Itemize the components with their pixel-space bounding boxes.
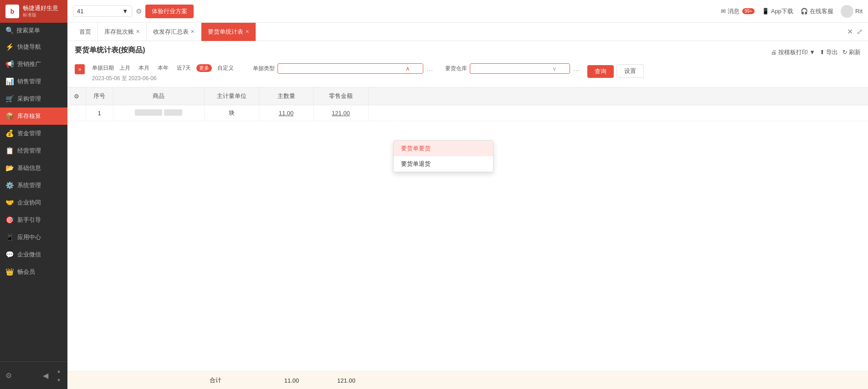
sidebar-item-guide[interactable]: 🎯 新手引导	[0, 211, 67, 229]
sidebar-item-operation[interactable]: 📋 经营管理	[0, 142, 67, 159]
type-caret-icon: ∧	[406, 65, 410, 72]
export-action[interactable]: ⬆ 导出	[820, 48, 838, 56]
filter-expand-btn[interactable]: »	[75, 64, 85, 74]
user-avatar-item[interactable]: Rit	[841, 5, 863, 18]
date-btn-this-year[interactable]: 本年	[155, 63, 171, 73]
data-table: ⚙ 序号 商品 主计量单位 主数量	[67, 87, 868, 121]
date-btn-this-month[interactable]: 本月	[136, 63, 152, 73]
sidebar-item-finance[interactable]: 💰 资金管理	[0, 125, 67, 142]
guide-icon: 🎯	[5, 216, 14, 224]
th-settings[interactable]: ⚙	[67, 87, 86, 105]
refresh-action[interactable]: ↻ 刷新	[842, 48, 861, 56]
tabs-bar: 首页 库存批次账 ✕ 收发存汇总表 ✕ 要货单统计表 ✕ ✕ ⤢	[67, 23, 868, 41]
search-button[interactable]: 查询	[587, 65, 614, 78]
sidebar-scroll: 🔍 搜索菜单 ⚡ 快捷导航 📢 营销推广 📊 销售管理 🛒 采购管理 📦 库存核…	[0, 23, 67, 361]
message-icon: ✉	[721, 8, 726, 15]
product-placeholder-2	[164, 109, 182, 116]
date-options-row: 上月 本月 本年 近7天 更多 自定义	[117, 63, 236, 73]
topbar-settings-icon[interactable]: ⚙	[136, 7, 142, 15]
dropdown-item-return[interactable]: 要货单退货	[394, 156, 493, 172]
dropdown-item-order[interactable]: 要货单要货	[394, 141, 493, 156]
td-no: 1	[86, 105, 113, 121]
sidebar-item-label: 销售管理	[17, 77, 41, 86]
td-quantity: 11.00	[259, 105, 313, 121]
tab-order-stats[interactable]: 要货单统计表 ✕	[201, 23, 256, 41]
type-more-icon[interactable]: …	[426, 65, 433, 73]
avatar	[841, 5, 853, 18]
tab-batch[interactable]: 库存批次账 ✕	[98, 23, 147, 41]
date-btn-more[interactable]: 更多	[196, 64, 212, 72]
settings-button[interactable]: 设置	[616, 64, 644, 78]
system-icon: ⚙️	[5, 181, 14, 189]
trial-button[interactable]: 体验行业方案	[145, 5, 194, 18]
sidebar-item-member[interactable]: 👑 畅会员	[0, 263, 67, 281]
enterprise-icon: 🤝	[5, 199, 14, 207]
print-action[interactable]: 🖨 按模板打印 ▼	[771, 48, 815, 56]
footer-quantity: 11.00	[264, 377, 319, 384]
close-all-icon[interactable]: ✕	[847, 27, 853, 36]
type-select[interactable]: ∧	[277, 63, 423, 74]
tab-order-stats-close[interactable]: ✕	[245, 29, 249, 35]
sidebar-item-marketing[interactable]: 📢 营销推广	[0, 56, 67, 73]
sidebar-item-purchase[interactable]: 🛒 采购管理	[0, 90, 67, 107]
sidebar-item-label: 企业协同	[17, 199, 41, 207]
sidebar-item-label: 新手引导	[17, 216, 41, 224]
scroll-down-arrow[interactable]: ▼	[56, 375, 62, 384]
online-service-item[interactable]: 🎧 在线客服	[801, 7, 833, 15]
sidebar-search[interactable]: 🔍 搜索菜单	[0, 23, 67, 38]
tab-batch-close[interactable]: ✕	[136, 29, 140, 35]
member-icon: 👑	[5, 268, 14, 276]
tab-home[interactable]: 首页	[73, 23, 98, 41]
sidebar-item-enterprise[interactable]: 🤝 企业协同	[0, 194, 67, 211]
expand-icon[interactable]: ⤢	[857, 27, 863, 36]
sidebar-item-inventory[interactable]: 📦 库存核算	[0, 107, 67, 125]
message-badge: 99+	[742, 8, 755, 14]
export-icon: ⬆	[820, 49, 825, 56]
topbar-right: ✉ 消息 99+ 📱 App下载 🎧 在线客服 Rit	[721, 5, 863, 18]
sidebar-item-sales[interactable]: 📊 销售管理	[0, 73, 67, 90]
company-selector[interactable]: 41 ▼	[73, 5, 132, 17]
print-caret-icon: ▼	[809, 49, 815, 56]
tabs-actions: ✕ ⤢	[847, 27, 863, 36]
date-btn-last-month[interactable]: 上月	[117, 63, 133, 73]
operation-icon: 📋	[5, 147, 14, 155]
td-product	[113, 105, 204, 121]
sidebar-item-basic[interactable]: 📂 基础信息	[0, 159, 67, 177]
sidebar-item-label: 系统管理	[17, 181, 41, 189]
sidebar-item-wechat[interactable]: 💬 企业微信	[0, 246, 67, 263]
message-item[interactable]: ✉ 消息 99+	[721, 7, 755, 15]
refresh-icon: ↻	[842, 49, 847, 56]
sidebar: b 畅捷通好生意 标准版 🔍 搜索菜单 ⚡ 快捷导航 📢 营销推广 📊 销售管理…	[0, 0, 67, 389]
scroll-up-arrow[interactable]: ▲	[56, 366, 62, 375]
sidebar-item-label: 快捷导航	[17, 43, 41, 51]
column-settings-icon: ⚙	[74, 93, 79, 100]
app-download-item[interactable]: 📱 App下载	[762, 7, 793, 15]
marketing-icon: 📢	[5, 60, 14, 68]
tab-receivable-close[interactable]: ✕	[190, 29, 195, 35]
sidebar-item-system[interactable]: ⚙️ 系统管理	[0, 177, 67, 194]
warehouse-more-icon[interactable]: …	[573, 65, 580, 73]
warehouse-select[interactable]: ∨	[470, 63, 570, 74]
sidebar-collapse-icon[interactable]: ◀	[43, 371, 48, 380]
app-title: 畅捷通好生意	[23, 5, 58, 12]
date-btn-custom[interactable]: 自定义	[215, 63, 236, 73]
table-footer: 合计 11.00 121.00	[67, 371, 868, 389]
td-row-settings	[67, 105, 86, 121]
sidebar-item-appstore[interactable]: 📱 应用中心	[0, 229, 67, 246]
tab-receivable-label: 收发存汇总表	[153, 28, 189, 36]
tab-receivable[interactable]: 收发存汇总表 ✕	[147, 23, 201, 41]
warehouse-caret-icon: ∨	[552, 65, 557, 72]
shortcut-icon: ⚡	[5, 43, 14, 51]
sidebar-item-shortcut[interactable]: ⚡ 快捷导航	[0, 38, 67, 56]
filter-type-row: 单据类型 ∧ …	[253, 63, 433, 74]
sidebar-item-label: 应用中心	[17, 233, 41, 241]
date-btn-7days[interactable]: 近7天	[174, 63, 194, 73]
th-amount: 零售金额	[313, 87, 368, 105]
export-label: 导出	[826, 48, 838, 56]
th-product: 商品	[113, 87, 204, 105]
tab-order-stats-label: 要货单统计表	[208, 28, 243, 36]
warehouse-label: 要货仓库	[445, 65, 467, 72]
sidebar-item-label: 畅会员	[17, 268, 35, 276]
sidebar-settings-icon[interactable]: ⚙	[5, 371, 12, 380]
inventory-icon: 📦	[5, 112, 14, 120]
